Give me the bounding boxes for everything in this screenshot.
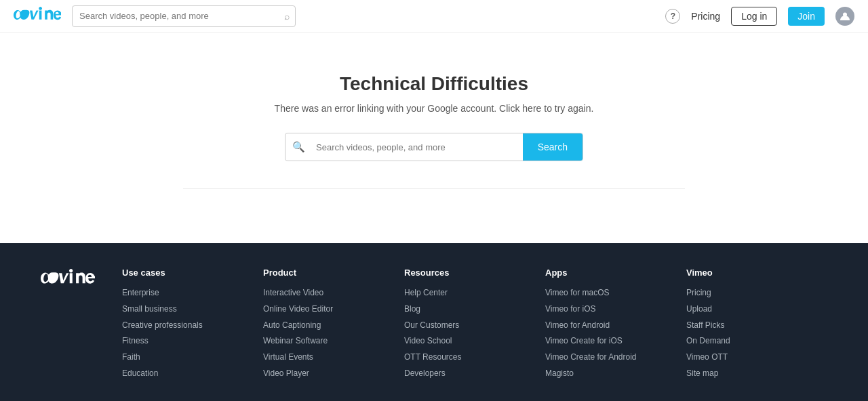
- footer-link-4-5[interactable]: Site map: [686, 368, 827, 379]
- section-divider: [183, 188, 685, 189]
- footer-link-2-0[interactable]: Help Center: [404, 287, 545, 299]
- help-icon[interactable]: ?: [665, 9, 680, 24]
- footer-link-2-1[interactable]: Blog: [404, 303, 545, 315]
- footer-col-4: VimeoPricingUploadStaff PicksOn DemandVi…: [686, 268, 827, 384]
- footer-link-2-3[interactable]: Video School: [404, 335, 545, 347]
- footer-link-4-4[interactable]: Vimeo OTT: [686, 352, 827, 363]
- main-content: Technical Difficulties There was an erro…: [0, 33, 868, 243]
- footer-link-4-1[interactable]: Upload: [686, 303, 827, 315]
- footer-link-4-0[interactable]: Pricing: [686, 287, 827, 299]
- footer-col-title-0: Use cases: [122, 268, 263, 278]
- header-search-icon-btn[interactable]: ⌕: [279, 11, 295, 22]
- footer-link-3-4[interactable]: Vimeo Create for Android: [545, 352, 686, 363]
- join-button[interactable]: Join: [788, 7, 825, 26]
- footer-link-4-3[interactable]: On Demand: [686, 335, 827, 347]
- footer-link-1-4[interactable]: Virtual Events: [263, 352, 404, 363]
- footer-link-3-1[interactable]: Vimeo for iOS: [545, 303, 686, 315]
- footer-col-0: Use casesEnterpriseSmall businessCreativ…: [122, 268, 263, 384]
- footer: Use casesEnterpriseSmall businessCreativ…: [0, 243, 868, 401]
- footer-link-1-2[interactable]: Auto Captioning: [263, 320, 404, 331]
- footer-col-title-1: Product: [263, 268, 404, 278]
- main-search-button[interactable]: Search: [523, 133, 583, 161]
- footer-col-3: AppsVimeo for macOSVimeo for iOSVimeo fo…: [545, 268, 686, 384]
- footer-col-title-4: Vimeo: [686, 268, 827, 278]
- footer-columns: Use casesEnterpriseSmall businessCreativ…: [122, 268, 827, 384]
- footer-link-0-1[interactable]: Small business: [122, 303, 263, 315]
- vimeo-logo[interactable]: [14, 7, 61, 25]
- footer-link-0-5[interactable]: Education: [122, 368, 263, 379]
- footer-col-title-2: Resources: [404, 268, 545, 278]
- page-title: Technical Difficulties: [14, 73, 854, 95]
- header-search-input[interactable]: [73, 11, 279, 21]
- footer-inner: Use casesEnterpriseSmall businessCreativ…: [41, 268, 827, 384]
- header-nav: ? Pricing Log in Join: [665, 7, 854, 26]
- pricing-link[interactable]: Pricing: [691, 11, 720, 22]
- footer-link-3-0[interactable]: Vimeo for macOS: [545, 287, 686, 299]
- footer-link-1-1[interactable]: Online Video Editor: [263, 303, 404, 315]
- header-search-box[interactable]: ⌕: [72, 5, 296, 27]
- footer-link-0-3[interactable]: Fitness: [122, 335, 263, 347]
- footer-link-4-2[interactable]: Staff Picks: [686, 320, 827, 331]
- main-search-box[interactable]: 🔍 Search: [285, 133, 583, 161]
- footer-link-1-5[interactable]: Video Player: [263, 368, 404, 379]
- page-subtitle[interactable]: There was an error linking with your Goo…: [14, 103, 854, 114]
- footer-col-title-3: Apps: [545, 268, 686, 278]
- avatar[interactable]: [835, 7, 854, 26]
- main-search-input[interactable]: [312, 133, 523, 161]
- footer-logo[interactable]: [41, 269, 95, 384]
- footer-link-1-0[interactable]: Interactive Video: [263, 287, 404, 299]
- footer-link-0-2[interactable]: Creative professionals: [122, 320, 263, 331]
- footer-link-0-0[interactable]: Enterprise: [122, 287, 263, 299]
- main-search-icon: 🔍: [285, 141, 312, 153]
- footer-link-3-3[interactable]: Vimeo Create for iOS: [545, 335, 686, 347]
- footer-link-2-5[interactable]: Developers: [404, 368, 545, 379]
- footer-link-3-2[interactable]: Vimeo for Android: [545, 320, 686, 331]
- footer-link-3-5[interactable]: Magisto: [545, 368, 686, 379]
- footer-link-2-2[interactable]: Our Customers: [404, 320, 545, 331]
- login-button[interactable]: Log in: [731, 7, 777, 26]
- footer-col-2: ResourcesHelp CenterBlogOur CustomersVid…: [404, 268, 545, 384]
- footer-link-2-4[interactable]: OTT Resources: [404, 352, 545, 363]
- footer-link-1-3[interactable]: Webinar Software: [263, 335, 404, 347]
- footer-link-0-4[interactable]: Faith: [122, 352, 263, 363]
- header: ⌕ ? Pricing Log in Join: [0, 0, 868, 33]
- footer-col-1: ProductInteractive VideoOnline Video Edi…: [263, 268, 404, 384]
